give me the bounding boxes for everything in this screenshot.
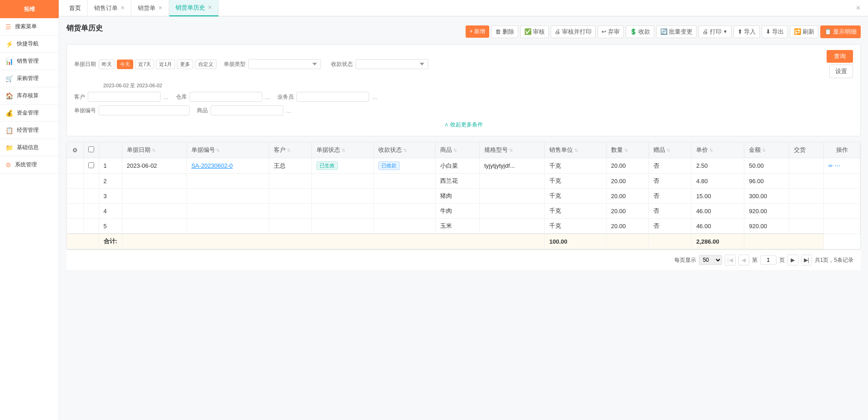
th-collect-status[interactable]: 收款状态 [373, 142, 435, 158]
th-spec[interactable]: 规格型号 [480, 142, 545, 158]
tabs-bar: 首页 销售订单 ✕ 销货单 ✕ 销货单历史 ✕ ✕ [59, 0, 868, 16]
sidebar-item-sales-mgmt[interactable]: 📊 销售管理 [0, 53, 59, 70]
delete-button[interactable]: 🗑 删除 [491, 25, 518, 38]
new-button[interactable]: + 新增 [466, 25, 489, 38]
filter-row-3: 单据编号 商品 ... [74, 105, 853, 115]
tab-sales-goods-close[interactable]: ✕ [158, 5, 162, 11]
collect-button[interactable]: 💲 收款 [626, 25, 654, 38]
th-customer[interactable]: 客户 [269, 142, 312, 158]
doc-no-link[interactable]: SA-20230602-0 [191, 162, 233, 169]
show-detail-button[interactable]: 📋 显示明细 [820, 25, 861, 38]
date-more[interactable]: 更多 [177, 60, 193, 69]
th-gift[interactable]: 赠品 [649, 142, 692, 158]
edit-op-btn[interactable]: ✏ [828, 163, 833, 169]
tab-sales-history[interactable]: 销货单历史 ✕ [169, 0, 219, 16]
date-custom[interactable]: 自定义 [195, 60, 216, 69]
prev-page-btn[interactable]: ◀ [738, 255, 749, 265]
cell-trade [789, 204, 823, 219]
staff-label: 业务员 [277, 93, 294, 101]
warehouse-input[interactable] [190, 92, 262, 102]
next-page-btn[interactable]: ▶ [788, 255, 798, 265]
th-doc-date[interactable]: 单据日期 [122, 142, 186, 158]
sidebar-item-sys-mgmt[interactable]: ⚙ 系统管理 [0, 156, 59, 174]
date-today[interactable]: 今天 [117, 60, 133, 69]
print-button[interactable]: 🖨 打印 ▼ [698, 25, 732, 38]
tab-home[interactable]: 首页 [63, 0, 88, 16]
th-settings[interactable]: ⚙ [67, 142, 83, 158]
date-7days[interactable]: 近7天 [135, 60, 154, 69]
collect-status-select[interactable] [356, 59, 428, 69]
sidebar-item-search-menu[interactable]: ☰ 搜索菜单 [0, 18, 59, 35]
filter-settings-button[interactable]: 设置 [829, 65, 853, 78]
export-button[interactable]: ⬇ 导出 [762, 25, 788, 38]
sidebar-item-label: 搜索菜单 [15, 23, 37, 30]
cell-gift: 否 [649, 189, 692, 204]
tab-sales-goods[interactable]: 销货单 ✕ [131, 0, 169, 16]
sidebar-item-finance[interactable]: 💰 资金管理 [0, 105, 59, 122]
th-doc-no[interactable]: 单据编号 [186, 142, 269, 158]
summary-amount: 2,286.00 [692, 234, 744, 249]
abandon-button[interactable]: ↩ 弃审 [597, 25, 624, 38]
sidebar-item-inventory[interactable]: 🏠 库存核算 [0, 87, 59, 105]
goods-dots[interactable]: ... [286, 107, 291, 114]
tab-home-label: 首页 [69, 4, 81, 12]
date-1month[interactable]: 近1月 [156, 60, 175, 69]
tab-sales-history-close[interactable]: ✕ [208, 5, 212, 10]
row-checkbox[interactable] [88, 162, 94, 168]
customer-dots[interactable]: ... [163, 93, 169, 100]
th-goods[interactable]: 商品 [435, 142, 479, 158]
audit-button[interactable]: ✅ 审核 [520, 25, 549, 38]
print-chevron-icon: ▼ [723, 29, 728, 34]
first-page-btn[interactable]: |◀ [725, 255, 736, 265]
date-range-text: 2023-06-02 至 2023-06-02 [103, 83, 162, 88]
more-op-btn[interactable]: ⋯ [835, 163, 840, 169]
date-group: 昨天 今天 近7天 近1月 更多 自定义 [99, 60, 216, 69]
import-button[interactable]: ⬆ 导入 [733, 25, 760, 38]
date-yesterday[interactable]: 昨天 [99, 60, 115, 69]
collapse-row: ∧ 收起更多条件 [74, 119, 853, 130]
cell-amount: 50.00 [744, 158, 789, 174]
cell-qty: 20.00 [606, 204, 649, 219]
cell-customer [269, 219, 312, 234]
doc-type-select[interactable] [248, 59, 321, 69]
th-amount[interactable]: 金额 [744, 142, 789, 158]
customer-input[interactable] [88, 92, 161, 102]
sidebar-item-purchase-mgmt[interactable]: 🛒 采购管理 [0, 70, 59, 87]
batch-change-button[interactable]: 🔄 批量变更 [656, 25, 697, 38]
audit-print-button[interactable]: 🖨 审核并打印 [551, 25, 596, 38]
refresh-button[interactable]: 🔁 刷新 [790, 25, 818, 38]
total-records-label: 共1页，5条记录 [815, 256, 853, 264]
tab-sales-order-close[interactable]: ✕ [120, 5, 125, 11]
warehouse-dots[interactable]: ... [265, 93, 271, 100]
sidebar-item-label: 系统管理 [15, 161, 37, 169]
cell-doc-status [312, 219, 374, 234]
table-row: 1 2023-06-02 SA-20230602-0 王总 已生效 已收款 小白… [67, 158, 860, 174]
sidebar-item-quick-nav[interactable]: ⚡ 快捷导航 [0, 35, 59, 53]
query-button[interactable]: 查询 [827, 50, 853, 63]
toolbar: + 新增 🗑 删除 ✅ 审核 🖨 审核并打印 ↩ 弃审 [466, 25, 861, 38]
cell-amount: 920.00 [744, 204, 789, 219]
basic-info-icon: 📁 [5, 144, 13, 151]
filter-row-2: 客户 ... 仓库 ... 业务员 ... [74, 92, 853, 102]
page-number-input[interactable] [760, 255, 777, 265]
th-unit-price[interactable]: 单价 [692, 142, 744, 158]
cell-trade [789, 174, 823, 189]
tab-sales-order[interactable]: 销售订单 ✕ [88, 0, 131, 16]
close-all-tabs[interactable]: ✕ [852, 5, 864, 11]
filter-customer: 客户 ... [74, 92, 169, 102]
staff-input[interactable] [296, 92, 369, 102]
th-doc-status[interactable]: 单据状态 [312, 142, 374, 158]
per-page-select[interactable]: 50 100 200 [699, 255, 722, 265]
data-table: ⚙ 单据日期 单据编号 客户 单据状态 收款状态 商品 规格型号 销售单位 数量… [67, 142, 860, 249]
sidebar-item-basic-info[interactable]: 📁 基础信息 [0, 139, 59, 156]
goods-input[interactable] [211, 105, 283, 115]
last-page-btn[interactable]: ▶| [801, 255, 812, 265]
staff-dots[interactable]: ... [372, 93, 377, 100]
select-all-checkbox[interactable] [88, 146, 94, 152]
collapse-button[interactable]: ∧ 收起更多条件 [444, 121, 483, 129]
sidebar-item-operation[interactable]: 📋 经营管理 [0, 122, 59, 139]
th-unit[interactable]: 销售单位 [544, 142, 606, 158]
th-qty[interactable]: 数量 [606, 142, 649, 158]
doc-no-input[interactable] [99, 105, 190, 115]
cell-unit: 千克 [544, 174, 606, 189]
